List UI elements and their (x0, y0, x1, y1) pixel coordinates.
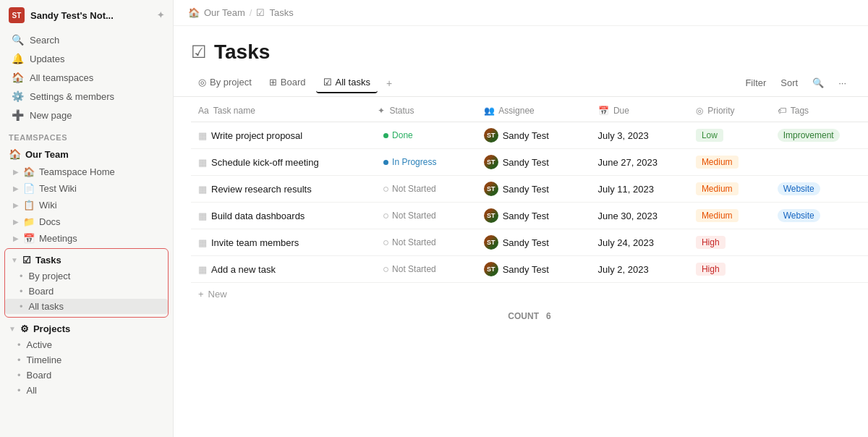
sidebar-item-timeline[interactable]: • Timeline (4, 352, 169, 368)
sidebar-item-meetings[interactable]: ▶ 📅 Meetings (0, 230, 173, 247)
status-cell[interactable]: Not Started (370, 203, 477, 229)
sidebar-item-all[interactable]: • All (4, 383, 169, 398)
checkbox-icon: ☑ (22, 255, 31, 266)
task-name: Add a new task (211, 264, 276, 275)
tab-all-tasks[interactable]: ☑ All tasks (316, 72, 378, 93)
tags-cell[interactable] (770, 256, 868, 283)
sidebar-item-active[interactable]: • Active (4, 337, 169, 352)
sidebar-item-updates[interactable]: 🔔 Updates (3, 49, 170, 68)
status-badge: Not Started (378, 236, 442, 249)
breadcrumb-team[interactable]: Our Team (204, 7, 245, 18)
task-name-cell[interactable]: ▦ Invite team members (191, 229, 370, 256)
sidebar-item-board[interactable]: • Board (5, 284, 168, 299)
assignee-cell[interactable]: ST Sandy Test (477, 122, 591, 149)
th-task-name: Aa Task name (191, 100, 370, 122)
task-name-cell[interactable]: ▦ Add a new task (191, 256, 370, 283)
sidebar-item-teamspace-home[interactable]: ▶ 🏠 Teamspace Home (0, 164, 173, 180)
tags-cell[interactable]: Website (770, 176, 868, 203)
sidebar-item-wiki[interactable]: ▶ 📋 Wiki (0, 197, 173, 213)
document-icon: 📄 (23, 183, 35, 194)
bullet-icon5: • (17, 355, 21, 365)
table-row: ▦ Write project proposal Done ST Sandy T… (191, 122, 868, 149)
task-name-cell[interactable]: ▦ Write project proposal (191, 122, 370, 149)
assignee-th-icon: 👥 (484, 106, 495, 116)
status-cell[interactable]: In Progress (370, 149, 477, 176)
sidebar-item-settings[interactable]: ⚙️ Settings & members (3, 87, 170, 106)
tags-cell[interactable] (770, 229, 868, 256)
task-name: Schedule kick-off meeting (211, 157, 319, 168)
tab-board[interactable]: ⊞ Board (262, 72, 313, 93)
chevron-right-icon2: ▶ (13, 184, 19, 192)
sidebar-item-label5: Meetings (39, 233, 77, 244)
priority-cell[interactable]: Low (689, 122, 770, 149)
sidebar-item-board2[interactable]: • Board (4, 368, 169, 383)
priority-cell[interactable]: Medium (689, 203, 770, 229)
tags-cell[interactable] (770, 149, 868, 176)
priority-cell[interactable]: Medium (689, 149, 770, 176)
sidebar-item-test-wiki[interactable]: ▶ 📄 Test Wiki (0, 180, 173, 197)
new-task-button[interactable]: + New (191, 283, 868, 305)
status-cell[interactable]: Done (370, 122, 477, 149)
new-label: New (208, 289, 227, 300)
tab-add-button[interactable]: + (380, 75, 398, 92)
meetings-icon: 📅 (23, 233, 35, 244)
projects-header[interactable]: ▼ ⚙ Projects (4, 321, 169, 337)
page-title: Tasks (214, 41, 270, 64)
sidebar-item-all-teamspaces[interactable]: 🏠 All teamspaces (3, 68, 170, 87)
table-container: Aa Task name ✦ Status 👥 Assignee 📅 Due (174, 100, 868, 437)
status-cell[interactable]: Not Started (370, 176, 477, 203)
sidebar-item-search[interactable]: 🔍 Search (3, 30, 170, 49)
sort-button[interactable]: Sort (776, 75, 802, 91)
sidebar-item-docs[interactable]: ▶ 📁 Docs (0, 213, 173, 230)
filter-button[interactable]: Filter (741, 75, 770, 91)
breadcrumb: 🏠 Our Team / ☑ Tasks (174, 0, 868, 26)
task-name-cell[interactable]: ▦ Build data dashboards (191, 203, 370, 229)
bullet-icon6: • (17, 370, 21, 381)
sidebar-item-all-tasks[interactable]: • All tasks (5, 299, 168, 314)
workspace-header[interactable]: ST Sandy Test's Not... ✦ (0, 0, 173, 30)
tags-cell[interactable]: Website (770, 203, 868, 229)
assignee-cell[interactable]: ST Sandy Test (477, 149, 591, 176)
tasks-table: Aa Task name ✦ Status 👥 Assignee 📅 Due (191, 100, 868, 283)
gear-icon: ⚙️ (12, 90, 24, 102)
sidebar-item-new-page[interactable]: ➕ New page (3, 106, 170, 124)
avatar: ST (484, 262, 498, 276)
search-button[interactable]: 🔍 (808, 75, 828, 91)
teamspaces-label: Teamspaces (0, 124, 173, 145)
task-row-icon: ▦ (198, 211, 207, 221)
sidebar-nav-settings-label: Settings & members (30, 91, 114, 102)
status-dot-icon (383, 213, 388, 218)
due-date: June 30, 2023 (598, 211, 658, 221)
priority-cell[interactable]: High (689, 229, 770, 256)
tab-by-project[interactable]: ◎ By project (191, 72, 259, 93)
task-name-cell[interactable]: ▦ Schedule kick-off meeting (191, 149, 370, 176)
status-cell[interactable]: Not Started (370, 256, 477, 283)
task-name-cell[interactable]: ▦ Review research results (191, 176, 370, 203)
bell-icon: 🔔 (12, 53, 24, 64)
avatar: ST (484, 235, 498, 250)
priority-cell[interactable]: Medium (689, 176, 770, 203)
tasks-header[interactable]: ▼ ☑ Tasks (5, 252, 168, 268)
assignee-cell[interactable]: ST Sandy Test (477, 176, 591, 203)
bullet-icon: • (20, 271, 23, 281)
sidebar-item-by-project[interactable]: • By project (5, 268, 168, 284)
tags-cell[interactable]: Improvement (770, 122, 868, 149)
status-cell[interactable]: Not Started (370, 229, 477, 256)
board-tab-icon: ⊞ (269, 77, 277, 88)
priority-cell[interactable]: High (689, 256, 770, 283)
sidebar-team-our-team[interactable]: 🏠 Our Team (0, 145, 173, 164)
table-row: ▦ Build data dashboards Not Started ST S… (191, 203, 868, 229)
priority-badge: High (696, 236, 726, 249)
more-options-button[interactable]: ··· (834, 75, 851, 91)
avatar: ST (484, 128, 498, 143)
th-assignee: 👥 Assignee (477, 100, 591, 122)
assignee-cell[interactable]: ST Sandy Test (477, 256, 591, 283)
assignee-cell[interactable]: ST Sandy Test (477, 229, 591, 256)
assignee-cell[interactable]: ST Sandy Test (477, 203, 591, 229)
sidebar-item-label3: Wiki (39, 200, 57, 211)
breadcrumb-page[interactable]: Tasks (269, 7, 293, 18)
tasks-section: ▼ ☑ Tasks • By project • Board • All tas… (4, 248, 169, 318)
sidebar: ST Sandy Test's Not... ✦ 🔍 Search 🔔 Upda… (0, 0, 174, 437)
sidebar-nav-newpage-label: New page (30, 110, 72, 121)
table-row: ▦ Add a new task Not Started ST Sandy Te… (191, 256, 868, 283)
